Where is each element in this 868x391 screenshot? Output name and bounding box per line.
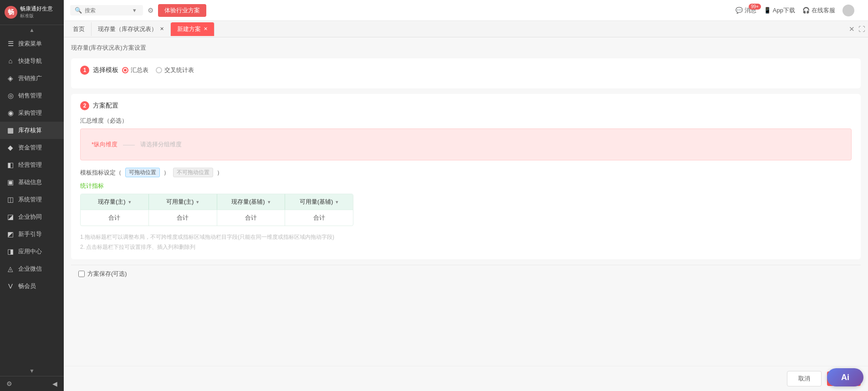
- section-step2: 2 方案配置 汇总维度（必选） *纵向维度 —— 请选择分组维度 模板指标设定（…: [71, 94, 861, 259]
- sidebar-item-label: 新手引导: [18, 230, 42, 238]
- message-icon: 💬: [735, 7, 743, 14]
- sidebar-item-management[interactable]: ◧ 经营管理: [0, 156, 64, 174]
- footer-bar: 方案保存(可选): [71, 265, 861, 283]
- col0-chevron[interactable]: ▾: [128, 199, 131, 205]
- save-checkbox[interactable]: [78, 271, 85, 277]
- sales-icon: ◎: [6, 92, 15, 100]
- metrics-data-2: 合计: [217, 210, 286, 226]
- metrics-table: 现存量(主) ▾ 可用量(主) ▾ 现存量(基辅) ▾ 可用量(基辅): [80, 194, 353, 226]
- metrics-data-0: 合计: [81, 210, 149, 226]
- sidebar-item-basic-info[interactable]: ▣ 基础信息: [0, 174, 64, 191]
- sidebar-item-finance[interactable]: ◆ 资金管理: [0, 139, 64, 156]
- tab-home[interactable]: 首页: [66, 22, 92, 36]
- ai-bubble[interactable]: Ai: [827, 368, 863, 386]
- metrics-header-row: 现存量(主) ▾ 可用量(主) ▾ 现存量(基辅) ▾ 可用量(基辅): [81, 194, 353, 210]
- metrics-data-row: 合计 合计 合计 合计: [81, 210, 353, 226]
- search-box[interactable]: 🔍 ▾: [70, 5, 143, 15]
- sidebar-item-label: 资金管理: [18, 144, 42, 152]
- online-service-btn[interactable]: 🎧 在线客服: [802, 6, 835, 15]
- metrics-col-2[interactable]: 现存量(基辅) ▾: [217, 194, 286, 210]
- sidebar-item-sales[interactable]: ◎ 销售管理: [0, 87, 64, 104]
- app-name: 畅康通好生意: [20, 5, 53, 13]
- window-controls: ✕ ⛶: [849, 25, 865, 33]
- sidebar-item-marketing[interactable]: ◈ 营销推广: [0, 70, 64, 87]
- marketing-icon: ◈: [6, 74, 15, 82]
- tip-1: 1.拖动标题栏可以调整布局，不可跨维度或指标区域拖动栏目字段(只能在同一维度或指…: [80, 232, 852, 242]
- topbar: 🔍 ▾ ⚙ 体验行业方案 💬 消息 99+ 📱 App下载 🎧 在线客服: [64, 0, 868, 21]
- expand-icon[interactable]: ⛶: [858, 25, 865, 33]
- step2-num: 2: [80, 101, 89, 110]
- save-option[interactable]: 方案保存(可选): [78, 270, 127, 278]
- settings-icon[interactable]: ⚙: [6, 380, 12, 387]
- home-icon: ⌂: [6, 57, 15, 65]
- tab-inventory[interactable]: 现存量（库存状况表） ✕: [92, 22, 171, 36]
- main-area: 🔍 ▾ ⚙ 体验行业方案 💬 消息 99+ 📱 App下载 🎧 在线客服: [64, 0, 868, 391]
- search-icon: 🔍: [75, 7, 82, 14]
- enterprise-icon: ◪: [6, 213, 15, 221]
- close-window-icon[interactable]: ✕: [849, 25, 855, 33]
- gear-icon[interactable]: ⚙: [148, 6, 153, 15]
- basic-info-icon: ▣: [6, 178, 15, 186]
- avatar[interactable]: [842, 5, 854, 16]
- sidebar-item-guide[interactable]: ◩ 新手引导: [0, 226, 64, 243]
- dimension-label: 汇总维度（必选）: [80, 117, 852, 125]
- metrics-col-0[interactable]: 现存量(主) ▾: [81, 194, 149, 210]
- sidebar-item-label: 系统管理: [18, 196, 42, 204]
- sidebar-scroll-down[interactable]: ▼: [0, 366, 64, 376]
- sidebar-item-enterprise[interactable]: ◪ 企业协同: [0, 208, 64, 226]
- sidebar-item-quicknav[interactable]: ⌂ 快捷导航: [0, 52, 64, 70]
- trial-btn[interactable]: 体验行业方案: [158, 4, 206, 17]
- sidebar-item-label: 销售管理: [18, 92, 42, 100]
- metrics-col-1[interactable]: 可用量(主) ▾: [149, 194, 217, 210]
- sidebar-item-label: 库存核算: [18, 126, 42, 134]
- app-download-btn[interactable]: 📱 App下载: [764, 6, 795, 15]
- dimension-area[interactable]: *纵向维度 —— 请选择分组维度: [80, 129, 852, 160]
- col2-chevron[interactable]: ▾: [268, 199, 271, 205]
- vertical-label: *纵向维度: [92, 140, 117, 149]
- sidebar-item-apps[interactable]: ◨ 应用中心: [0, 243, 64, 260]
- collapse-icon[interactable]: ◀: [52, 380, 57, 387]
- radio-crosstab[interactable]: 交叉统计表: [156, 66, 194, 74]
- metrics-section: 模板指标设定（ 可拖动位置 ） 不可拖动位置 ） 统计指标 现存量(主) ▾ 可: [80, 168, 852, 226]
- radio-summary[interactable]: 汇总表: [122, 66, 148, 74]
- sidebar-item-inventory[interactable]: ▦ 库存核算: [0, 122, 64, 139]
- messages-btn[interactable]: 💬 消息 99+: [735, 6, 756, 15]
- action-buttons: 取消 查询: [64, 366, 868, 391]
- ai-label: Ai: [841, 373, 849, 382]
- tab-new-scheme[interactable]: 新建方案 ✕: [171, 22, 214, 36]
- tip-2: 2. 点击标题栏下拉可设置排序、插入列和删除列: [80, 242, 852, 252]
- search-input[interactable]: [85, 7, 130, 14]
- sidebar-item-search[interactable]: ☰ 搜索菜单: [0, 35, 64, 52]
- management-icon: ◧: [6, 161, 15, 169]
- metrics-data-1: 合计: [149, 210, 217, 226]
- radio-crosstab-circle: [156, 67, 162, 73]
- sidebar-item-wechat[interactable]: ◬ 企业微信: [0, 260, 64, 278]
- content-area: 现存量(库存状况表)方案设置 1 选择模板 汇总表 交叉统计表: [64, 37, 868, 366]
- search-menu-icon: ☰: [6, 40, 15, 48]
- page-title: 现存量(库存状况表)方案设置: [71, 44, 861, 52]
- search-dropdown-icon[interactable]: ▾: [133, 7, 136, 14]
- dimension-dash: ——: [123, 141, 135, 148]
- sidebar-scroll-up[interactable]: ▲: [0, 25, 64, 35]
- tab-new-close[interactable]: ✕: [204, 26, 208, 32]
- tabs-bar: 首页 现存量（库存状况表） ✕ 新建方案 ✕ ✕ ⛶: [64, 21, 868, 37]
- sidebar-item-system[interactable]: ◫ 系统管理: [0, 191, 64, 208]
- finance-icon: ◆: [6, 144, 15, 152]
- headset-icon: 🎧: [802, 7, 810, 14]
- topbar-right: 💬 消息 99+ 📱 App下载 🎧 在线客服: [735, 5, 862, 16]
- metrics-col-3[interactable]: 可用量(基辅) ▾: [285, 194, 353, 210]
- tab-inventory-close[interactable]: ✕: [160, 26, 164, 32]
- col1-chevron[interactable]: ▾: [196, 199, 199, 205]
- cancel-button[interactable]: 取消: [787, 371, 822, 386]
- app-version: 标准版: [20, 13, 53, 19]
- sidebar-item-member[interactable]: V 畅会员: [0, 278, 64, 295]
- step2-header: 2 方案配置: [80, 101, 852, 110]
- message-badge: 99+: [749, 4, 761, 10]
- template-radio-group: 汇总表 交叉统计表: [122, 66, 194, 74]
- phone-icon: 📱: [764, 7, 771, 14]
- dimension-section: 汇总维度（必选） *纵向维度 —— 请选择分组维度: [80, 117, 852, 160]
- col3-chevron[interactable]: ▾: [336, 199, 338, 205]
- step1-num: 1: [80, 66, 89, 75]
- guide-icon: ◩: [6, 230, 15, 238]
- sidebar-item-purchase[interactable]: ◉ 采购管理: [0, 104, 64, 122]
